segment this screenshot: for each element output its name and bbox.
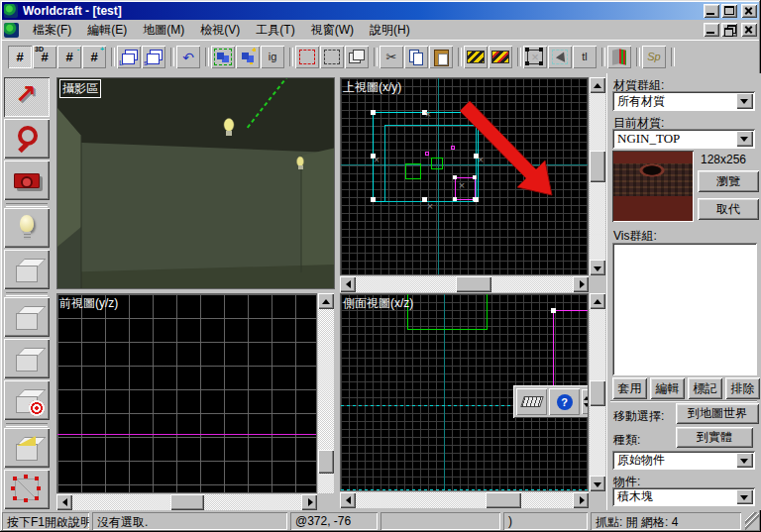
to-entity-button[interactable]: 到實體	[676, 427, 753, 448]
category-select[interactable]: 原始物件	[612, 451, 755, 470]
title-bar[interactable]: Worldcraft - [test]	[2, 2, 759, 20]
scroll-down-button[interactable]	[590, 476, 605, 491]
spinner-control[interactable]	[582, 389, 589, 414]
undo-button[interactable]: ↶	[176, 46, 200, 68]
vis-groups-list[interactable]	[612, 243, 757, 375]
scroll-left-button[interactable]	[340, 276, 356, 292]
top-view-vertical-scrollbar[interactable]	[590, 77, 605, 275]
minimize-icon[interactable]	[704, 4, 719, 18]
axis-line-vertical	[444, 294, 445, 490]
scroll-down-button[interactable]	[590, 260, 605, 275]
viewport-side-canvas[interactable]: 側面視圖(x/z) ?	[340, 293, 589, 491]
ignore-groups-button[interactable]: ig	[261, 46, 284, 68]
browse-button[interactable]: 瀏覽	[698, 170, 759, 192]
brush-line-magenta[interactable]	[57, 434, 316, 435]
scroll-up-button[interactable]	[590, 77, 605, 93]
show-hidden-button[interactable]	[489, 46, 512, 68]
cascade-large-button[interactable]: L	[117, 46, 141, 68]
scrollbar-thumb[interactable]	[170, 494, 204, 510]
cut-button[interactable]: ✂	[380, 46, 403, 68]
help-button[interactable]: ?	[549, 388, 580, 415]
apply-button[interactable]: 套用	[612, 377, 647, 399]
viewport-camera[interactable]: 攝影區	[56, 77, 335, 289]
brush-green-bottom-edge[interactable]	[407, 329, 488, 330]
hollow-dashed-button[interactable]	[320, 46, 344, 68]
ungroup-button[interactable]	[236, 46, 260, 68]
carve-button[interactable]	[295, 46, 319, 68]
object-select[interactable]: 積木塊	[612, 487, 755, 506]
clipping-tool-button[interactable]	[4, 428, 50, 468]
paste-button[interactable]	[429, 46, 453, 68]
chevron-down-icon[interactable]	[736, 489, 753, 504]
menu-tools[interactable]: 工具(T)	[248, 21, 302, 39]
front-view-horizontal-scrollbar[interactable]	[56, 494, 317, 510]
exclude-button[interactable]: 排除	[725, 377, 760, 399]
close-icon[interactable]	[741, 4, 757, 18]
mdi-restore-icon[interactable]	[721, 23, 737, 37]
document-icon[interactable]	[4, 23, 19, 38]
replace-button[interactable]: 取代	[698, 198, 759, 220]
make-hollow-button[interactable]	[345, 46, 369, 68]
hide-selected-button[interactable]	[464, 46, 488, 68]
scroll-right-button[interactable]	[573, 276, 589, 292]
split-faces-button[interactable]	[607, 46, 631, 68]
viewport-front-canvas[interactable]: 前視圖(y/z)	[56, 293, 317, 493]
select-by-handles-button[interactable]: ×	[523, 46, 547, 68]
scrollbar-thumb[interactable]	[590, 151, 605, 182]
apply-current-texture-button[interactable]	[4, 339, 50, 378]
texture-group-select[interactable]: 所有材質	[612, 91, 755, 111]
front-view-vertical-scrollbar[interactable]	[318, 293, 334, 493]
mdi-minimize-icon[interactable]	[704, 23, 719, 37]
side-view-vertical-scrollbar[interactable]	[590, 293, 605, 491]
viewport-top-canvas[interactable]: 上視圖(x/y) × × × × ×	[340, 77, 589, 275]
morph-button[interactable]: Sp	[642, 46, 666, 68]
menu-map[interactable]: 地圖(M)	[135, 21, 192, 39]
group-button[interactable]	[211, 46, 235, 68]
mdi-close-icon[interactable]	[741, 23, 757, 37]
chevron-down-icon[interactable]	[736, 131, 753, 147]
scrollbar-thumb[interactable]	[590, 380, 605, 406]
grid-toggle-button[interactable]: #	[8, 46, 32, 68]
grid-3d-button[interactable]: # 3D	[33, 46, 56, 68]
toolbar-separator	[598, 46, 606, 68]
cascade-small-button[interactable]: s	[142, 46, 165, 68]
scroll-right-button[interactable]	[573, 492, 589, 508]
copy-button[interactable]	[404, 46, 428, 68]
side-view-horizontal-scrollbar[interactable]	[340, 492, 589, 508]
texture-lock-button[interactable]: tl	[573, 46, 597, 68]
maximize-icon[interactable]	[721, 4, 737, 18]
top-view-horizontal-scrollbar[interactable]	[340, 276, 589, 292]
scrollbar-thumb[interactable]	[456, 276, 491, 292]
resize-grip[interactable]	[745, 512, 759, 530]
move-selection-label: 移動選擇:	[613, 408, 664, 425]
scroll-left-button[interactable]	[340, 492, 356, 508]
to-world-button[interactable]: 到地圖世界	[676, 403, 759, 424]
mark-button[interactable]: 標記	[688, 377, 722, 399]
menu-file[interactable]: 檔案(F)	[25, 21, 79, 39]
menu-window[interactable]: 視窗(W)	[303, 21, 362, 39]
zoom-tool-button[interactable]	[4, 119, 50, 159]
chevron-down-icon[interactable]	[736, 453, 753, 468]
scroll-up-button[interactable]	[318, 293, 334, 309]
magnify-selection-button[interactable]	[548, 46, 572, 68]
menu-view[interactable]: 檢視(V)	[192, 21, 248, 39]
grid-smaller-button[interactable]: # -	[57, 46, 81, 68]
edit-button[interactable]: 編輯	[650, 377, 685, 399]
selection-tool-button[interactable]	[4, 77, 50, 117]
scroll-up-button[interactable]	[590, 293, 605, 309]
brush-green-right-edge[interactable]	[487, 294, 488, 329]
texture-application-button[interactable]	[4, 297, 50, 337]
chevron-down-icon[interactable]	[736, 93, 753, 109]
current-texture-select[interactable]: NGIN_TOP	[612, 129, 755, 149]
grid-larger-button[interactable]: # +	[82, 46, 106, 68]
scroll-right-button[interactable]	[301, 494, 317, 510]
path-magenta-top[interactable]	[553, 310, 589, 311]
menu-help[interactable]: 說明(H)	[362, 21, 418, 39]
scrollbar-thumb[interactable]	[318, 450, 334, 474]
entity-tool-button[interactable]	[4, 208, 50, 248]
scroll-left-button[interactable]	[56, 494, 72, 510]
path-handle[interactable]	[551, 308, 556, 313]
scrollbar-thumb[interactable]	[486, 492, 521, 508]
keyboard-button[interactable]	[516, 388, 547, 415]
menu-edit[interactable]: 編輯(E)	[79, 21, 135, 39]
